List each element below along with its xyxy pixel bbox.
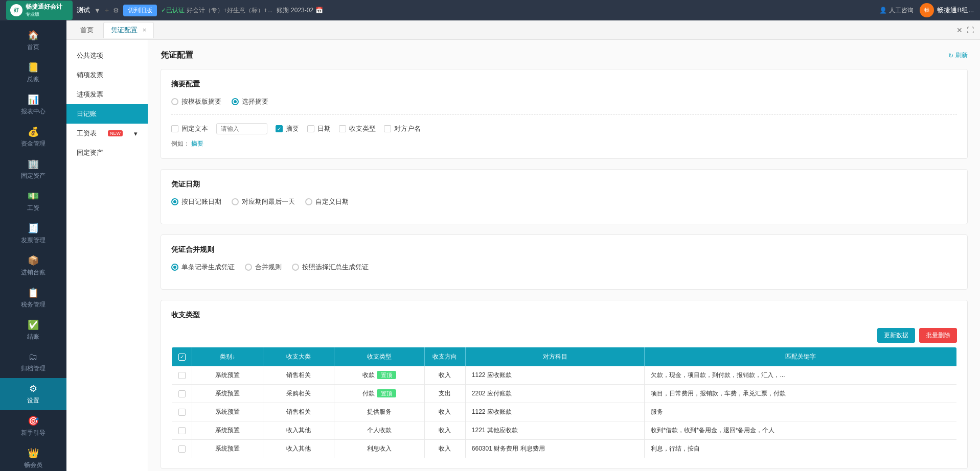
- sidebar-item-salary[interactable]: 💵 工资: [0, 185, 66, 218]
- refresh-label: 刷新: [955, 51, 968, 60]
- row-direction: 收入: [424, 440, 465, 458]
- left-nav-fixed-assets[interactable]: 固定资产: [66, 143, 148, 162]
- sidebar-item-asset[interactable]: 🏢 固定资产: [0, 153, 66, 185]
- date-radio-last-day[interactable]: 对应期间最后一天: [232, 197, 295, 206]
- sidebar-label-home: 首页: [27, 43, 39, 52]
- example-value: 摘要: [191, 140, 203, 147]
- merge-radio-rules[interactable]: 合并规则: [245, 263, 282, 272]
- sidebar-item-fund[interactable]: 💰 资金管理: [0, 121, 66, 153]
- row-checkbox[interactable]: [172, 403, 192, 421]
- fixed-text-input[interactable]: [216, 123, 267, 134]
- sidebar-item-settings[interactable]: ⚙ 设置: [0, 378, 66, 410]
- member-icon: 👑: [28, 448, 39, 459]
- left-nav-payroll[interactable]: 工资表 NEW ▾: [66, 124, 148, 143]
- summary-radio-select[interactable]: 选择摘要: [232, 97, 268, 106]
- sidebar-item-settle[interactable]: ✅ 结账: [0, 314, 66, 346]
- merge-radio-single[interactable]: 单条记录生成凭证: [171, 263, 235, 272]
- logo-icon: 好: [10, 4, 22, 16]
- col-checkbox[interactable]: ✓: [172, 347, 192, 367]
- sidebar-label-asset: 固定资产: [21, 172, 45, 180]
- summary-radio-group: 按模板版摘要 选择摘要: [171, 97, 957, 106]
- update-data-btn[interactable]: 更新数据: [877, 328, 915, 343]
- top-badge[interactable]: 置顶: [377, 389, 396, 397]
- table-row: 系统预置 销售相关 提供服务 收入 1122 应收账款 服务: [172, 403, 957, 421]
- date-radio-journal[interactable]: 按日记账日期: [171, 197, 221, 206]
- home-icon: 🏠: [28, 30, 39, 41]
- expense-type-label: 收支类型: [349, 124, 376, 133]
- sidebar-item-tax[interactable]: 📋 税务管理: [0, 282, 66, 314]
- company-dropdown[interactable]: ▼: [94, 7, 101, 14]
- left-nav-payroll-label: 工资表: [77, 129, 97, 138]
- left-nav-purchase-invoice[interactable]: 进项发票: [66, 85, 148, 104]
- voucher-date-title: 凭证日期: [171, 180, 957, 189]
- row-check[interactable]: [178, 372, 186, 379]
- sidebar-item-member[interactable]: 👑 畅会员: [0, 442, 66, 471]
- table-row: 系统预置 收入其他 个人收款 收入 1221 其他应收款 收到*借款，收到*备用…: [172, 421, 957, 440]
- row-checkbox[interactable]: [172, 366, 192, 385]
- calendar-icon[interactable]: 📅: [315, 7, 323, 14]
- batch-delete-btn[interactable]: 批量删除: [919, 328, 957, 343]
- row-main-type: 收入其他: [263, 440, 334, 458]
- row-checkbox[interactable]: [172, 440, 192, 458]
- sidebar-item-home[interactable]: 🏠 首页: [0, 25, 66, 57]
- left-nav-fixed-assets-label: 固定资产: [77, 148, 103, 157]
- ledger-icon: 📒: [28, 62, 39, 73]
- tab-voucher-config[interactable]: 凭证配置 ×: [103, 22, 154, 38]
- refresh-btn[interactable]: ↻ 刷新: [948, 51, 968, 60]
- sidebar-item-guide[interactable]: 🎯 新手引导: [0, 410, 66, 442]
- left-nav-sales-invoice[interactable]: 销项发票: [66, 65, 148, 85]
- sidebar-item-invoice[interactable]: 🧾 发票管理: [0, 218, 66, 250]
- logo: 好 畅捷通好会计 专业版: [6, 1, 73, 20]
- summary-checkbox[interactable]: ✓ 摘要: [276, 124, 299, 133]
- sidebar-item-archive[interactable]: 🗂 归档管理: [0, 346, 66, 378]
- service-btn[interactable]: 👤 人工咨询: [879, 6, 914, 15]
- counterparty-label: 对方户名: [394, 124, 421, 133]
- table-header-bar: 更新数据 批量删除: [171, 328, 957, 343]
- left-nav: 公共选项 销项发票 进项发票 日记账 工资表 NEW ▾ 固定资产: [66, 40, 148, 471]
- settle-icon: ✅: [28, 319, 39, 331]
- row-checkbox[interactable]: [172, 385, 192, 403]
- close-window-btn[interactable]: ✕: [956, 26, 963, 34]
- example-prefix: 例如：: [171, 140, 190, 147]
- summary-checkbox-row: 固定文本 ✓ 摘要 日期 收支类型: [171, 123, 957, 134]
- row-account: 660301 财务费用 利息费用: [465, 440, 645, 458]
- row-checkbox[interactable]: [172, 421, 192, 440]
- row-check[interactable]: [178, 390, 186, 397]
- tab-home[interactable]: 首页: [73, 22, 101, 38]
- user-menu[interactable]: 畅 畅捷通B组...: [920, 3, 974, 17]
- row-account: 1122 应收账款: [465, 403, 645, 421]
- row-check[interactable]: [178, 409, 186, 416]
- maximize-btn[interactable]: ⛶: [967, 26, 974, 34]
- row-check[interactable]: [178, 445, 186, 453]
- sidebar-item-ledger[interactable]: 📒 总账: [0, 57, 66, 89]
- switch-btn[interactable]: 切到旧版: [123, 5, 157, 16]
- date-checkbox[interactable]: 日期: [307, 124, 331, 133]
- invoice-icon: 🧾: [28, 223, 39, 234]
- expense-type-checkbox[interactable]: 收支类型: [339, 124, 376, 133]
- counterparty-checkbox[interactable]: 对方户名: [384, 124, 421, 133]
- tab-close-btn[interactable]: ×: [143, 26, 147, 34]
- radio-template-label: 按模板版摘要: [181, 97, 221, 106]
- add-btn[interactable]: +: [105, 6, 109, 14]
- period-value: 2023-02: [291, 7, 313, 14]
- merge-rules-title: 凭证合并规则: [171, 245, 957, 254]
- select-all-checkbox[interactable]: ✓: [178, 354, 186, 361]
- sidebar-label-archive: 归档管理: [21, 364, 45, 373]
- archive-icon: 🗂: [29, 351, 38, 362]
- fixed-text-checkbox-box: [171, 125, 178, 132]
- left-nav-public[interactable]: 公共选项: [66, 46, 148, 65]
- settings-btn[interactable]: ⚙: [113, 7, 119, 14]
- summary-radio-template[interactable]: 按模板版摘要: [171, 97, 221, 106]
- date-radio-custom[interactable]: 自定义日期: [305, 197, 349, 206]
- tabbar: 首页 凭证配置 × ✕ ⛶: [66, 20, 980, 40]
- left-nav-daily-ledger[interactable]: 日记账: [66, 104, 148, 124]
- merge-radio-summary[interactable]: 按照选择汇总生成凭证: [292, 263, 369, 272]
- row-type: 利息收入: [334, 440, 424, 458]
- radio-template-circle: [171, 98, 178, 105]
- sidebar-item-sales[interactable]: 📦 进销台账: [0, 250, 66, 282]
- row-category: 系统预置: [192, 421, 263, 440]
- top-badge[interactable]: 置顶: [377, 371, 396, 379]
- row-check[interactable]: [178, 427, 186, 434]
- sidebar-item-report[interactable]: 📊 报表中心: [0, 89, 66, 121]
- fixed-text-checkbox[interactable]: 固定文本: [171, 124, 208, 133]
